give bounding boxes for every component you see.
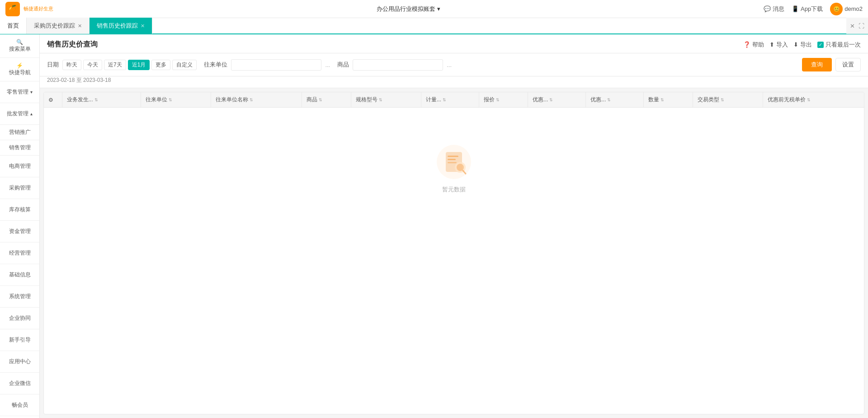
th-quote-price[interactable]: 报价 ⇅ [479,92,528,108]
sidebar-item-enterprise-wechat[interactable]: 企业微信 [0,373,39,394]
app-download-btn[interactable]: 📱 App下载 [792,5,823,13]
tab-sales-history-close[interactable]: ✕ [141,23,145,29]
sidebar-item-basic-info[interactable]: 基础信息 [0,264,39,286]
th-pre-tax-price[interactable]: 优惠前无税单价 ⇅ [763,92,864,108]
only-last-label: 只看最后一次 [826,41,861,49]
query-button[interactable]: 查询 [802,58,832,71]
sidebar-item-retail-mgmt[interactable]: 零售管理 ▾ [0,81,39,103]
tab-action-close[interactable]: ✕ [850,23,855,29]
export-label: 导出 [800,41,812,49]
sidebar-item-operation[interactable]: 经营管理 [0,242,39,264]
user-area[interactable]: 😊 demo2 [830,3,863,15]
sidebar-item-quick-nav[interactable]: ⚡ 快捷导航 [0,58,39,81]
sidebar-item-wholesale-mgmt[interactable]: 批发管理 ▴ [0,103,39,125]
sidebar-item-app-center-label: 应用中心 [9,358,31,366]
help-label: 帮助 [752,41,764,49]
th-partner-name[interactable]: 往来单位名称 ⇅ [211,92,302,108]
tab-purchase-history-close[interactable]: ✕ [78,23,82,29]
sort-icon: ⇅ [496,98,500,102]
sidebar-item-finance[interactable]: 资金管理 [0,221,39,242]
filter-right: 查询 设置 [802,58,861,71]
th-spec[interactable]: 规格型号 ⇅ [351,92,421,108]
sidebar-item-app-center[interactable]: 应用中心 [0,351,39,373]
chevron-down-icon: ▾ [30,90,33,95]
top-header: 🍊 畅捷通好生意 办公用品行业模拟账套 ▾ 💬 消息 📱 App下载 😊 dem… [0,0,868,18]
date-label: 日期 [47,61,59,69]
help-btn[interactable]: ❓ 帮助 [743,41,764,49]
svg-rect-2 [448,156,458,157]
sort-icon: ⇅ [319,98,322,102]
sort-icon: ⇅ [250,98,253,102]
date-btn-custom[interactable]: 自定义 [172,60,197,70]
date-btn-1month[interactable]: 近1月 [128,60,150,70]
app-selector[interactable]: 办公用品行业模拟账套 ▾ [373,3,444,15]
th-unit[interactable]: 计量... ⇅ [421,92,479,108]
help-icon: ❓ [743,41,750,48]
avatar: 😊 [830,3,843,15]
app-selector-text: 办公用品行业模拟账套 [377,5,435,13]
data-table: ⚙ 业务发生... ⇅ 往来单位 ⇅ [44,92,864,108]
partner-dots: ... [325,62,330,68]
tab-purchase-history[interactable]: 采购历史价跟踪 ✕ [27,18,90,34]
date-btn-today[interactable]: 今天 [83,60,102,70]
tab-action-expand[interactable]: ⛶ [859,23,864,29]
quick-nav-icon: ⚡ [16,62,23,69]
sort-icon: ⇅ [549,98,553,102]
sidebar: 🔍 搜索菜单 ⚡ 快捷导航 零售管理 ▾ 批发管理 ▴ 营销推广 销售管理 电商… [0,34,40,418]
svg-rect-3 [448,159,456,160]
th-biz-date[interactable]: 业务发生... ⇅ [62,92,141,108]
sidebar-item-enterprise-collab[interactable]: 企业协同 [0,308,39,329]
tab-purchase-history-label: 采购历史价跟踪 [34,22,75,30]
empty-text: 暂元数据 [442,185,466,194]
only-last-checkbox[interactable]: ✓ 只看最后一次 [817,41,861,49]
message-btn[interactable]: 💬 消息 [764,5,784,13]
sidebar-item-sales-mgmt[interactable]: 销售管理 [0,140,39,156]
logo-text: 畅捷通好生意 [24,5,53,12]
tab-home[interactable]: 首页 [0,18,27,34]
settings-icon: ⚙ [48,97,53,103]
th-biz-date-label: 业务发生... [67,96,93,104]
sidebar-item-inventory[interactable]: 库存核算 [0,199,39,221]
th-goods[interactable]: 商品 ⇅ [302,92,351,108]
import-btn[interactable]: ⬆ 导入 [769,41,788,49]
sidebar-item-search-menu[interactable]: 🔍 搜索菜单 [0,34,39,58]
th-discount2[interactable]: 优惠... ⇅ [586,92,644,108]
sidebar-item-new-guide[interactable]: 新手引导 [0,329,39,351]
date-buttons: 昨天 今天 近7天 近1月 更多 自定义 [62,60,197,70]
goods-label: 商品 [337,61,349,69]
filter-bar: 日期 昨天 今天 近7天 近1月 更多 自定义 往来单位 ... 商品 ... [40,53,868,76]
date-btn-7days[interactable]: 近7天 [104,60,126,70]
date-btn-yesterday[interactable]: 昨天 [62,60,81,70]
goods-input[interactable] [353,59,443,71]
th-discount2-label: 优惠... [590,96,606,104]
th-discount1[interactable]: 优惠... ⇅ [528,92,586,108]
export-btn[interactable]: ⬇ 导出 [793,41,812,49]
sidebar-item-purchase-mgmt[interactable]: 采购管理 [0,177,39,199]
th-settings[interactable]: ⚙ [44,92,62,108]
sidebar-item-quick-nav-label: 快捷导航 [9,69,31,76]
sidebar-item-enterprise-collab-label: 企业协同 [9,314,31,322]
partner-label: 往来单位 [204,61,227,69]
th-partner-code-label: 往来单位 [146,96,167,104]
sidebar-item-system[interactable]: 系统管理 [0,286,39,308]
main-layout: 🔍 搜索菜单 ⚡ 快捷导航 零售管理 ▾ 批发管理 ▴ 营销推广 销售管理 电商… [0,34,868,418]
settings-button[interactable]: 设置 [835,58,861,71]
sidebar-item-member[interactable]: 畅会员 [0,394,39,416]
sidebar-item-ecom-mgmt[interactable]: 电商管理 [0,156,39,177]
sidebar-item-marketing-label: 营销推广 [9,128,31,136]
th-partner-code[interactable]: 往来单位 ⇅ [141,92,211,108]
tab-bar: 首页 采购历史价跟踪 ✕ 销售历史价跟踪 ✕ ✕ ⛶ [0,18,868,34]
sidebar-item-ecom-mgmt-label: 电商管理 [9,162,31,170]
sidebar-item-search-menu-label: 搜索菜单 [9,45,31,53]
table-header: ⚙ 业务发生... ⇅ 往来单位 ⇅ [44,92,864,108]
tab-sales-history[interactable]: 销售历史价跟踪 ✕ [90,18,152,34]
logo-area: 🍊 畅捷通好生意 [5,2,53,16]
date-btn-more[interactable]: 更多 [151,60,170,70]
th-quantity[interactable]: 数量 ⇅ [644,92,693,108]
page-actions: ❓ 帮助 ⬆ 导入 ⬇ 导出 ✓ 只看最后一次 [743,41,861,49]
th-partner-name-label: 往来单位名称 [216,96,248,104]
date-range-text: 2023-02-18 至 2023-03-18 [47,77,111,83]
th-trade-type[interactable]: 交易类型 ⇅ [693,92,763,108]
sidebar-item-marketing[interactable]: 营销推广 [0,125,39,140]
partner-input[interactable] [231,59,321,71]
